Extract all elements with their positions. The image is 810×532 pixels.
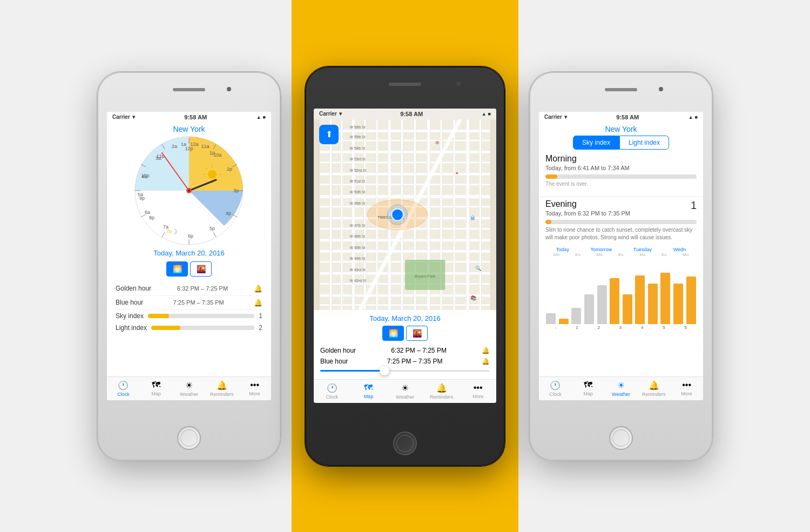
tab-clock[interactable]: 🕐 Clock	[107, 379, 140, 398]
weather-icon: ☀	[185, 380, 193, 390]
svg-text:W 54th St: W 54th St	[350, 146, 366, 150]
map-blue-label: Blue hour	[320, 358, 348, 365]
svg-rect-53	[320, 183, 490, 185]
chart-bars	[543, 259, 699, 324]
phone-map: Carrier ▾ 9:58 AM ▲ ■	[305, 66, 505, 466]
sky-index-tab[interactable]: Sky index	[573, 136, 619, 150]
clock-icon-map: 🕐	[327, 383, 338, 393]
blue-hour-row: Blue hour 7:25 PM – 7:35 PM 🔔	[116, 296, 262, 310]
svg-text:11a: 11a	[201, 144, 209, 149]
blue-hour-bell[interactable]: 🔔	[254, 299, 262, 307]
tab-more-map[interactable]: ••• More	[460, 382, 496, 401]
reminders-icon-map: 🔔	[436, 383, 447, 393]
tab-map-weather[interactable]: 🗺 Map	[572, 379, 605, 398]
morning-sub: Today, from 6:41 AM to 7:34 AM	[545, 165, 697, 171]
clock-svg: 12p 1p 2p 3p 4p 5p 6p 7p 8p 9p 10p 11p 7…	[132, 134, 246, 247]
section-divider	[539, 197, 703, 197]
map-content[interactable]: Bryant Park TIMES SQUARE W 56th St W 55t…	[314, 119, 496, 310]
wifi-icon: ▾	[132, 114, 135, 120]
map-golden-bell[interactable]: 🔔	[482, 347, 490, 354]
xlabel-5: 4	[641, 325, 643, 330]
tab-reminders-map[interactable]: 🔔 Reminders	[423, 382, 460, 401]
map-sun-buttons[interactable]: 🌅 🌇	[320, 326, 490, 341]
golden-hour-bell[interactable]: 🔔	[254, 285, 262, 293]
svg-text:W 49th St: W 49th St	[350, 201, 366, 205]
svg-text:W 51st St: W 51st St	[350, 179, 365, 183]
tab-clock-weather[interactable]: 🕐 Clock	[539, 379, 572, 398]
slider-thumb[interactable]	[380, 366, 389, 375]
tab-weather-label-weather: Weather	[612, 392, 630, 397]
bar-col-3	[571, 308, 581, 324]
xlabel-2: 1	[576, 325, 578, 330]
tab-reminders-weather[interactable]: 🔔 Reminders	[637, 379, 670, 398]
map-sunset-btn[interactable]: 🌇	[406, 326, 428, 341]
phone-home-inner-2	[396, 435, 414, 452]
chart-day-wedn: Wedn	[673, 247, 686, 252]
tab-weather-weather[interactable]: ☀ Weather	[605, 379, 638, 398]
bar-9	[648, 284, 658, 324]
map-time-slider[interactable]	[320, 370, 490, 372]
map-blue-bell[interactable]: 🔔	[482, 358, 490, 365]
xlabel-6: 5	[663, 325, 665, 330]
evening-title-wrap: Evening Today, from 6:32 PM to 7:35 PM	[545, 199, 630, 220]
bar-7	[623, 294, 632, 324]
map-location-btn[interactable]: ⬆	[319, 125, 339, 144]
light-index-tab[interactable]: Light index	[619, 136, 669, 150]
weather-tab-group[interactable]: Sky index Light index	[539, 136, 703, 150]
phone-home-btn-3[interactable]	[609, 426, 633, 450]
tab-clock-label-weather: Clock	[549, 392, 562, 397]
evening-sub: Today, from 6:32 PM to 7:35 PM	[545, 210, 630, 217]
tab-reminders[interactable]: 🔔 Reminders	[205, 379, 238, 398]
evening-title: Evening	[545, 199, 630, 209]
svg-rect-51	[320, 161, 490, 164]
svg-rect-66	[341, 119, 343, 310]
svg-rect-75	[453, 119, 455, 310]
bar-10	[660, 273, 670, 324]
svg-text:🏛: 🏛	[470, 214, 475, 220]
svg-text:5a: 5a	[138, 192, 143, 197]
svg-rect-54	[320, 194, 490, 198]
svg-point-84	[387, 204, 407, 224]
map-golden-value: 6:32 PM – 7:25 PM	[391, 347, 447, 354]
sky-index-bar-fill	[148, 314, 169, 318]
svg-rect-58	[320, 239, 490, 242]
chart-day-today: Today	[556, 247, 569, 252]
bar-11	[673, 284, 683, 324]
bar-col-7	[623, 294, 632, 324]
more-icon-map: •••	[474, 383, 483, 393]
tab-reminders-label-map: Reminders	[430, 394, 454, 400]
phone-home-btn-2[interactable]	[393, 432, 417, 455]
tab-weather-map[interactable]: ☀ Weather	[387, 382, 423, 401]
bar-8	[635, 275, 645, 324]
tab-more[interactable]: ••• More	[238, 379, 271, 398]
bar-col-11	[673, 284, 683, 324]
tab-clock-label-map: Clock	[326, 394, 339, 400]
tab-more-weather[interactable]: ••• More	[670, 379, 703, 398]
status-bar-map: Carrier ▾ 9:58 AM ▲ ■	[314, 109, 496, 119]
tab-reminders-label-weather: Reminders	[642, 392, 666, 397]
map-golden-hour-row: Golden hour 6:32 PM – 7:25 PM 🔔	[320, 345, 490, 356]
bar-col-2	[559, 319, 569, 324]
tab-weather[interactable]: ☀ Weather	[173, 379, 206, 398]
tab-clock-map[interactable]: 🕐 Clock	[314, 382, 350, 401]
svg-text:7a: 7a	[163, 224, 168, 230]
tab-map-map[interactable]: 🗺 Map	[350, 382, 387, 401]
phone-home-inner	[180, 429, 198, 447]
chart-day-tomorrow: Tomorrow	[591, 247, 612, 252]
carrier-text: Carrier	[112, 114, 130, 120]
status-left-weather: Carrier ▾	[544, 114, 567, 120]
map-sunrise-btn[interactable]: 🌅	[382, 326, 404, 341]
tab-map[interactable]: 🗺 Map	[140, 379, 173, 398]
sunrise-btn[interactable]: 🌅	[166, 261, 188, 277]
svg-rect-52	[320, 172, 490, 176]
svg-rect-64	[320, 304, 490, 306]
phone-home-btn[interactable]	[177, 426, 201, 450]
svg-text:W 52nd St: W 52nd St	[350, 168, 367, 172]
map-grid-svg: Bryant Park TIMES SQUARE W 56th St W 55t…	[314, 119, 496, 310]
sunset-btn[interactable]: 🌇	[190, 261, 212, 277]
svg-text:W 45th St: W 45th St	[350, 245, 366, 249]
map-screen: Carrier ▾ 9:58 AM ▲ ■	[314, 109, 496, 403]
svg-text:W 50th St: W 50th St	[350, 190, 366, 194]
sun-buttons[interactable]: 🌅 🌇	[116, 261, 262, 277]
tab-more-label: More	[249, 391, 260, 396]
